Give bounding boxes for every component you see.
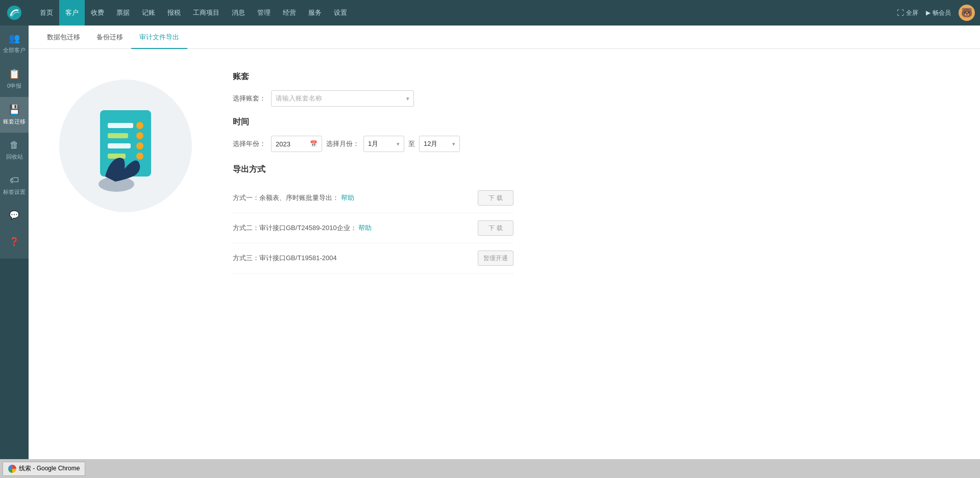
method1-text: 方式一：余额表、序时账批量导出： 帮助 — [233, 193, 473, 203]
form-section: 账套 选择账套： 请输入账套名称 ▾ 时间 选择年份： — [233, 69, 513, 273]
tag-icon: 🏷 — [10, 175, 19, 186]
nav-manage[interactable]: 管理 — [251, 0, 277, 26]
method3-soon-button: 暂缓开通 — [478, 250, 513, 266]
calendar-icon: 📅 — [310, 140, 317, 147]
nav-invoice[interactable]: 票据 — [110, 0, 136, 26]
month-start-value: 1月 — [368, 139, 378, 148]
tabs-bar: 数据包迁移 备份迁移 审计文件导出 — [29, 26, 980, 49]
nav-business[interactable]: 工商项目 — [187, 0, 226, 26]
sidebar-item-label: 0申报 — [7, 82, 21, 90]
account-select[interactable]: 请输入账套名称 ▾ — [271, 90, 414, 107]
export-method-1: 方式一：余额表、序时账批量导出： 帮助 下 载 — [233, 183, 513, 213]
all-clients-icon: 👥 — [9, 33, 20, 44]
year-label: 选择年份： — [233, 139, 266, 148]
fullscreen-icon: ⛶ — [897, 9, 904, 17]
month-label: 选择月份： — [326, 139, 359, 148]
nav-accounting[interactable]: 记账 — [136, 0, 161, 26]
account-section-title: 账套 — [233, 71, 513, 82]
method2-text: 方式二：审计接口GB/T24589-2010企业： 帮助 — [233, 223, 473, 233]
svg-rect-4 — [108, 143, 131, 148]
main-container: 首页 客户 收费 票据 记账 报税 工商项目 消息 管理 经营 服务 设置 ⛶ … — [29, 0, 980, 478]
month-end-value: 12月 — [424, 139, 437, 148]
sidebar-item-label: 账套迁移 — [3, 118, 26, 125]
user-avatar[interactable]: 🐻 — [959, 5, 975, 21]
content-area: 数据包迁移 备份迁移 审计文件导出 — [29, 26, 980, 478]
sidebar: 👥 全部客户 📋 0申报 💾 账套迁移 🗑 回收站 🏷 标签设置 💬 ❓ — [0, 0, 29, 478]
page-content: 数据包迁移 备份迁移 审计文件导出 — [29, 26, 980, 478]
nav-tax[interactable]: 报税 — [161, 0, 187, 26]
month-end-chevron-icon: ▾ — [452, 141, 455, 147]
fullscreen-btn[interactable]: ⛶ 全屏 — [897, 9, 918, 17]
help-icon: ❓ — [9, 237, 19, 246]
nav-settings[interactable]: 设置 — [328, 0, 353, 26]
tab-data-migrate[interactable]: 数据包迁移 — [39, 26, 88, 49]
export-method-3: 方式三：审计接口GB/T19581-2004 暂缓开通 — [233, 243, 513, 273]
taskbar: 线索 - Google Chrome — [0, 459, 980, 478]
method1-help-link[interactable]: 帮助 — [341, 194, 354, 202]
account-row: 选择账套： 请输入账套名称 ▾ — [233, 90, 513, 107]
year-input[interactable]: 2023 📅 — [271, 136, 322, 152]
svg-point-9 — [136, 153, 143, 160]
illustration — [59, 80, 192, 212]
year-value: 2023 — [276, 140, 290, 148]
chrome-icon — [8, 465, 16, 473]
account-chevron-icon: ▾ — [406, 95, 409, 102]
month-start-chevron-icon: ▾ — [397, 141, 400, 147]
play-icon: ▶ — [926, 9, 930, 16]
sidebar-item-label: 标签设置 — [3, 188, 26, 196]
time-inputs: 2023 📅 选择月份： 1月 ▾ 至 12月 ▾ — [271, 136, 460, 152]
month-start-select[interactable]: 1月 ▾ — [363, 136, 404, 152]
export-section-title: 导出方式 — [233, 164, 513, 175]
svg-rect-5 — [108, 154, 126, 159]
chrome-label: 线索 - Google Chrome — [19, 464, 80, 473]
time-section-title: 时间 — [233, 117, 513, 128]
recycle-icon: 🗑 — [10, 140, 19, 150]
method2-help-link[interactable]: 帮助 — [358, 224, 372, 232]
nav-clients[interactable]: 客户 — [59, 0, 85, 26]
svg-rect-2 — [108, 123, 133, 128]
nav-billing[interactable]: 收费 — [85, 0, 110, 26]
export-method-2: 方式二：审计接口GB/T24589-2010企业： 帮助 下 载 — [233, 213, 513, 243]
nav-service[interactable]: 服务 — [302, 0, 328, 26]
account-label: 选择账套： — [233, 94, 266, 103]
sidebar-item-label: 全部客户 — [3, 46, 26, 54]
method2-download-button[interactable]: 下 载 — [478, 220, 513, 236]
nav-message[interactable]: 消息 — [226, 0, 251, 26]
form-area: 账套 选择账套： 请输入账套名称 ▾ 时间 选择年份： — [29, 49, 980, 478]
declare-icon: 📋 — [9, 68, 20, 80]
nav-right: ⛶ 全屏 ▶ 畅会员 🐻 — [897, 5, 975, 21]
nav-home[interactable]: 首页 — [34, 0, 59, 26]
sidebar-logo[interactable] — [0, 0, 29, 26]
nav-operation[interactable]: 经营 — [277, 0, 302, 26]
method3-text: 方式三：审计接口GB/T19581-2004 — [233, 254, 473, 263]
chrome-taskbar-btn[interactable]: 线索 - Google Chrome — [3, 462, 85, 476]
account-placeholder: 请输入账套名称 — [276, 94, 322, 103]
time-row: 选择年份： 2023 📅 选择月份： 1月 ▾ 至 — [233, 136, 513, 152]
svg-point-8 — [136, 142, 143, 149]
member-btn[interactable]: ▶ 畅会员 — [926, 9, 951, 17]
sidebar-item-label: 回收站 — [6, 153, 23, 161]
svg-rect-3 — [108, 133, 128, 138]
message-icon: 💬 — [9, 210, 19, 220]
migrate-icon: 💾 — [9, 104, 20, 115]
svg-point-6 — [136, 122, 143, 129]
top-nav: 首页 客户 收费 票据 记账 报税 工商项目 消息 管理 经营 服务 设置 ⛶ … — [29, 0, 980, 26]
svg-point-7 — [136, 132, 143, 139]
tab-backup-migrate[interactable]: 备份迁移 — [88, 26, 131, 49]
time-separator: 至 — [408, 139, 415, 148]
method1-download-button[interactable]: 下 载 — [478, 190, 513, 206]
tab-audit-export[interactable]: 审计文件导出 — [131, 26, 187, 49]
month-end-select[interactable]: 12月 ▾ — [419, 136, 460, 152]
